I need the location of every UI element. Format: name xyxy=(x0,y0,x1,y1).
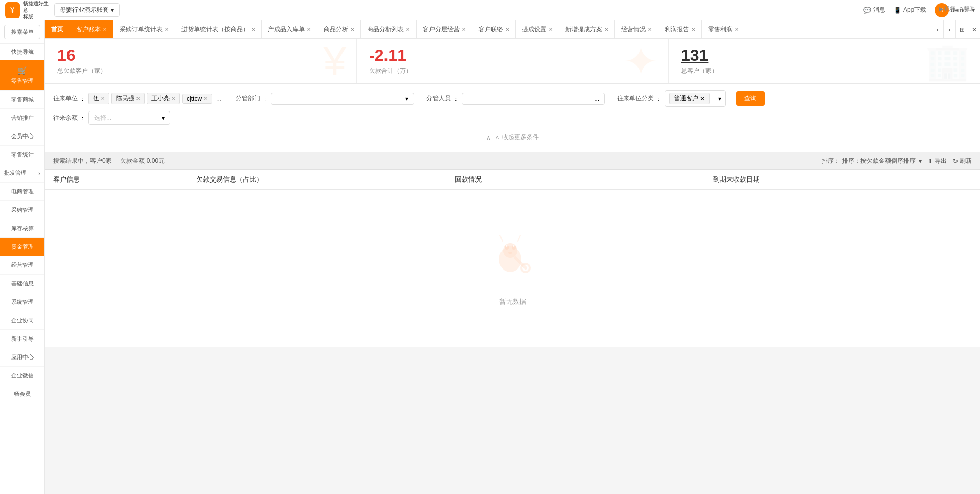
sidebar-item-inventory[interactable]: 库存核算 xyxy=(0,219,44,238)
sort-value: 排序：按欠款金额倒序排序 xyxy=(842,156,916,165)
app-download-label: App下载 xyxy=(903,6,926,14)
sidebar-item-purchase[interactable]: 采购管理 xyxy=(0,201,44,219)
page-content: ¥ 16 总欠款客户（家） ✦ -2.11 欠款合计（万） 🏢 131 总客户（… xyxy=(45,39,980,494)
sidebar-item-app-center[interactable]: 应用中心 xyxy=(0,348,44,367)
sidebar-item-ecommerce[interactable]: 电商管理 xyxy=(0,183,44,201)
empty-text: 暂无数据 xyxy=(499,297,526,306)
filter-tag-wu[interactable]: 伍 ✕ xyxy=(88,93,109,104)
tab-product-in[interactable]: 产成品入库单 ✕ xyxy=(262,20,317,39)
sidebar-item-retail-mall[interactable]: 零售商城 xyxy=(0,91,44,109)
sidebar-item-system[interactable]: 系统管理 xyxy=(0,293,44,311)
quick-nav-button[interactable]: 快捷导航 xyxy=(0,44,44,60)
close-icon[interactable]: ✕ xyxy=(648,27,652,32)
tab-commission-settings[interactable]: 提成设置 ✕ xyxy=(516,20,559,39)
tab-scroll-right[interactable]: › xyxy=(943,20,955,39)
industry-selector[interactable]: 母婴行业演示账套 ▾ xyxy=(54,3,120,17)
balance-select[interactable]: 选择... ▾ xyxy=(88,111,170,125)
filter-tag-cjttcw[interactable]: cjttcw ✕ xyxy=(182,94,212,104)
close-icon[interactable]: ✕ xyxy=(406,27,410,32)
sidebar-item-retail-management[interactable]: 🛒 零售管理 xyxy=(0,60,44,91)
close-icon[interactable]: ✕ xyxy=(604,27,608,32)
close-icon[interactable]: ✕ xyxy=(171,96,175,101)
tab-more-icon[interactable]: ⊞ xyxy=(955,20,968,39)
sidebar-item-finance[interactable]: 资金管理 xyxy=(0,238,44,256)
empty-state: 暂无数据 xyxy=(45,190,980,347)
close-icon[interactable]: ✕ xyxy=(101,96,105,101)
filter-tag-wang[interactable]: 王小亮 ✕ xyxy=(147,93,180,104)
tab-customer-ledger[interactable]: 客户账本 ✕ xyxy=(70,20,113,39)
refresh-button[interactable]: ↻ 刷新 xyxy=(953,156,972,165)
tab-purchase-order-stats[interactable]: 采购订单统计表 ✕ xyxy=(113,20,175,39)
tab-product-analysis-list[interactable]: 商品分析列表 ✕ xyxy=(361,20,417,39)
tab-close-all-icon[interactable]: ✕ xyxy=(968,20,980,39)
tab-stock-stats[interactable]: 进货单统计表（按商品） ✕ xyxy=(175,20,262,39)
chevron-down-icon: ▾ xyxy=(162,115,165,122)
export-icon: ⬆ xyxy=(928,158,933,165)
sidebar-item-member-plus[interactable]: 畅会员 xyxy=(0,385,44,403)
collapse-button[interactable]: ∧ ∧ 收起更多条件 xyxy=(482,131,542,144)
sidebar-search-area: 搜索菜单 xyxy=(0,20,44,44)
tab-scroll-left[interactable]: ‹ xyxy=(931,20,943,39)
sidebar-item-enterprise[interactable]: 企业协同 xyxy=(0,311,44,330)
result-amount: 欠款金额 0.00元 xyxy=(120,157,165,164)
close-icon[interactable]: ✕ xyxy=(307,27,311,32)
tab-label: 零售利润 xyxy=(708,25,733,34)
tab-operations[interactable]: 经营情况 ✕ xyxy=(615,20,658,39)
sidebar-item-operations[interactable]: 经营管理 xyxy=(0,256,44,275)
search-menu-button[interactable]: 搜索菜单 xyxy=(4,25,40,39)
filter-colon5: : xyxy=(82,115,83,121)
close-icon[interactable]: ✕ xyxy=(700,95,705,102)
sidebar-item-wechat[interactable]: 企业微信 xyxy=(0,367,44,385)
sidebar-item-basic-info[interactable]: 基础信息 xyxy=(0,275,44,293)
query-button[interactable]: 查询 xyxy=(736,91,765,106)
stats-bar: ¥ 16 总欠款客户（家） ✦ -2.11 欠款合计（万） 🏢 131 总客户（… xyxy=(45,39,980,84)
category-tag-normal[interactable]: 普通客户 ✕ xyxy=(669,93,710,104)
table-header: 客户信息 欠款交易信息（占比） 回款情况 到期未收款日期 xyxy=(45,170,980,190)
tab-retail-profit[interactable]: 零售利润 ✕ xyxy=(702,20,745,39)
close-icon[interactable]: ✕ xyxy=(203,96,208,101)
sidebar-item-label: 企业协同 xyxy=(11,317,34,324)
filter-tag-label: 伍 xyxy=(93,94,99,103)
stat-value-total[interactable]: 131 xyxy=(681,47,708,63)
filter-more-button[interactable]: ... xyxy=(214,94,223,103)
close-icon[interactable]: ✕ xyxy=(136,96,140,101)
close-icon[interactable]: ✕ xyxy=(103,27,107,32)
tab-profit-report[interactable]: 利润报告 ✕ xyxy=(658,20,702,39)
export-button[interactable]: ⬆ 导出 xyxy=(928,156,947,165)
svg-point-6 xyxy=(508,252,512,254)
sort-dropdown[interactable]: 排序： 排序：按欠款金额倒序排序 ▾ xyxy=(822,156,922,165)
message-button[interactable]: 💬 消息 xyxy=(863,6,885,14)
sidebar-item-marketing[interactable]: 营销推广 xyxy=(0,109,44,127)
sidebar-item-retail-stats[interactable]: 零售统计 xyxy=(0,146,44,164)
sidebar-item-label: 营销推广 xyxy=(11,114,34,122)
person-input[interactable]: ... xyxy=(462,93,605,105)
tab-customer-contact[interactable]: 客户联络 ✕ xyxy=(472,20,516,39)
close-icon[interactable]: ✕ xyxy=(251,27,255,32)
category-selector[interactable]: 普通客户 ✕ ▾ xyxy=(665,90,726,107)
filter-tag-chen[interactable]: 陈民强 ✕ xyxy=(111,93,145,104)
close-icon[interactable]: ✕ xyxy=(691,27,695,32)
category-tag-label: 普通客户 xyxy=(674,94,698,103)
download-icon: 📱 xyxy=(894,7,901,14)
close-icon[interactable]: ✕ xyxy=(505,27,509,32)
refresh-label: 刷新 xyxy=(960,156,972,165)
sidebar-item-newbie[interactable]: 新手引导 xyxy=(0,330,44,348)
sidebar-item-wholesale[interactable]: 批发管理 › xyxy=(0,164,44,183)
tab-home[interactable]: 首页 xyxy=(45,20,70,39)
chevron-down-icon: ▾ xyxy=(718,95,721,102)
sidebar-item-members[interactable]: 会员中心 xyxy=(0,127,44,146)
close-icon[interactable]: ✕ xyxy=(462,27,466,32)
filter-tag-label: 陈民强 xyxy=(116,94,134,103)
tab-new-commission[interactable]: 新增提成方案 ✕ xyxy=(559,20,615,39)
sidebar-item-label: 零售商城 xyxy=(11,96,34,103)
close-icon[interactable]: ✕ xyxy=(735,27,739,32)
filter-label-dept: 分管部门 xyxy=(236,94,260,103)
close-icon[interactable]: ✕ xyxy=(549,27,553,32)
close-icon[interactable]: ✕ xyxy=(165,27,169,32)
filter-colon: : xyxy=(82,96,83,102)
close-icon[interactable]: ✕ xyxy=(350,27,354,32)
app-download-button[interactable]: 📱 App下载 xyxy=(894,6,926,14)
tab-product-analysis[interactable]: 商品分析 ✕ xyxy=(317,20,361,39)
dept-input[interactable]: ▾ xyxy=(271,93,414,105)
tab-customer-tier[interactable]: 客户分层经营 ✕ xyxy=(417,20,472,39)
